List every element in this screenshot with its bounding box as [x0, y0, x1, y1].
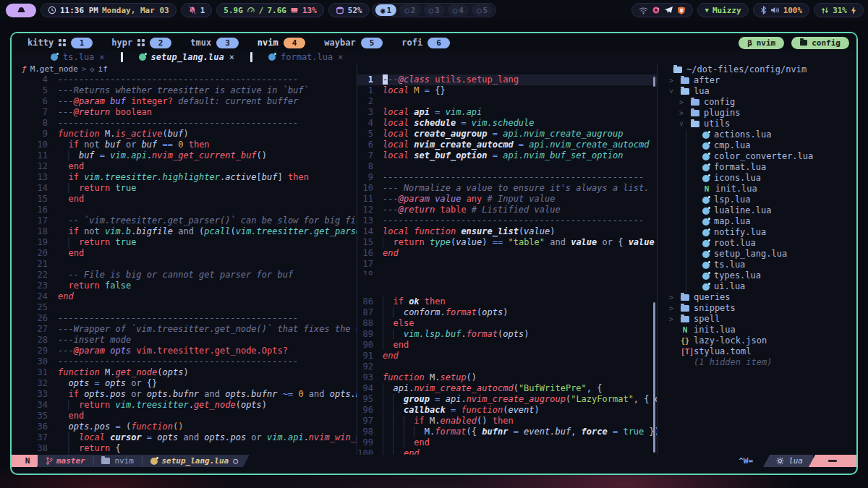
tree-item-label: ~/dot-files/config/nvim [686, 64, 807, 75]
tree-item-snippets[interactable]: >snippets [658, 303, 856, 314]
tree-item-ui.lua[interactable]: ui.lua [658, 281, 856, 292]
code-text: function M.setup() [383, 372, 657, 383]
kitty-tab-kitty[interactable]: kitty1 [27, 38, 93, 48]
workspace-5[interactable]: ○5 [472, 4, 493, 16]
code-text: ▏ buf = vim.api.nvim_get_current_buf() [58, 150, 357, 161]
tab-number-badge: 2 [150, 38, 172, 48]
tree-item-lualine.lua[interactable]: lualine.lua [658, 205, 856, 216]
close-icon[interactable]: × [99, 52, 104, 62]
vpn-widget[interactable]: ▼ Muizzy [697, 3, 748, 17]
memory-widget[interactable]: 5.9G / 7.6G 13% [216, 3, 324, 17]
wifi-icon [639, 7, 648, 14]
tree-item-utils[interactable]: ˅utils [658, 119, 856, 129]
tree-item-init.lua[interactable]: Ninit.lua [658, 184, 856, 194]
tree-item-actions.lua[interactable]: actions.lua [658, 129, 856, 140]
tree-item-icons.lua[interactable]: icons.lua [658, 173, 856, 184]
close-icon[interactable]: × [229, 52, 234, 62]
code-pane-left[interactable]: 4---------------------------------------… [12, 74, 357, 455]
chevron-icon[interactable]: > [669, 292, 676, 303]
line-number: 19 [12, 237, 58, 248]
git-branch[interactable]: master [46, 456, 85, 466]
audio-widget[interactable]: 100% [753, 3, 810, 17]
notifications-widget[interactable]: 1 [181, 3, 213, 17]
close-icon[interactable]: × [338, 52, 343, 62]
tree-item-notify.lua[interactable]: notify.lua [658, 227, 856, 238]
chevron-icon[interactable]: > [679, 108, 686, 119]
line-number: 22 [12, 270, 58, 281]
tree-item-setuplang.lua[interactable]: setup_lang.lua [658, 249, 856, 260]
tree-item-stylua.toml[interactable]: [T]stylua.toml [658, 346, 856, 357]
tree-item-1hiddenitem[interactable]: (1 hidden item) [658, 357, 856, 368]
chevron-icon[interactable]: > [669, 75, 676, 86]
chevron-icon[interactable]: > [669, 303, 676, 314]
buffer-tab-ts.lua[interactable]: ts.lua× [41, 52, 115, 62]
code-line: 6local nvim_create_autocmd = api.nvim_cr… [357, 140, 657, 150]
workspace-2[interactable]: ○2 [399, 4, 420, 16]
tree-item-map.lua[interactable]: map.lua [658, 216, 856, 227]
code-line: 20 end [12, 248, 357, 259]
brave-icon[interactable] [677, 6, 686, 15]
tree-item-format.lua[interactable]: format.lua [658, 162, 856, 173]
kitty-tab-hypr[interactable]: hypr2 [111, 38, 171, 48]
chevron-spacer [691, 162, 698, 173]
tree-item-types.lua[interactable]: types.lua [658, 270, 856, 281]
dir-icon [681, 305, 689, 312]
chevron-icon[interactable]: > [679, 97, 686, 108]
code-line: 8 [357, 161, 657, 172]
scrollbar-thumb-bottom[interactable] [653, 302, 655, 453]
launcher-button[interactable] [6, 4, 36, 17]
tree-item-init.lua[interactable]: Ninit.lua [658, 325, 856, 335]
code-text: ▏ ▏ end, [383, 448, 657, 455]
workspace-number: 3 [435, 6, 440, 15]
workspace-1[interactable]: ◉1 [375, 4, 396, 16]
kitty-tab-rofi[interactable]: rofi6 [401, 38, 450, 48]
chevron-icon[interactable]: ˅ [679, 119, 686, 129]
tree-item-after[interactable]: >after [658, 75, 856, 86]
clock-widget[interactable]: 11:36 PM Monday, Mar 03 [41, 3, 176, 17]
workspace-number: 4 [459, 6, 464, 15]
session-pill-nvim[interactable]: βnvim [739, 37, 784, 49]
kitty-tab-nvim[interactable]: nvim4 [258, 38, 306, 48]
tree-item-queries[interactable]: >queries [658, 292, 856, 303]
chevron-icon[interactable]: ˅ [669, 86, 676, 97]
disk-widget[interactable]: 52% [328, 3, 370, 17]
session-pill-config[interactable]: config [791, 37, 849, 49]
tree-item-root.lua[interactable]: root.lua [658, 238, 856, 249]
line-number: 88 [357, 318, 383, 329]
nvim-icon: N [702, 184, 711, 194]
tree-item-~/dot-files/config/nvim[interactable]: ~/dot-files/config/nvim [658, 64, 856, 75]
tree-item-colorconverter.lua[interactable]: color_converter.lua [658, 151, 856, 162]
bluetooth-icon[interactable] [760, 6, 767, 14]
workspace-number: 5 [483, 6, 488, 15]
json-icon: {} [681, 335, 689, 346]
workspace-4[interactable]: ○4 [448, 4, 469, 16]
tree-item-ts.lua[interactable]: ts.lua [658, 260, 856, 270]
code-pane-midtop[interactable]: 1---@class utils.setup_lang1local M = {}… [357, 74, 657, 275]
kitty-tab-tmux[interactable]: tmux3 [190, 38, 239, 48]
buffer-tab-format.lua[interactable]: format.lua× [258, 52, 353, 62]
battery-widget[interactable]: 31% [814, 3, 864, 17]
code-text: function M.get_node(opts) [58, 367, 357, 378]
tab-label: nvim [258, 38, 278, 48]
tree-item-label: lsp.lua [714, 194, 751, 205]
buffer-tab-setup_lang.lua[interactable]: setup_lang.lua× [129, 52, 244, 62]
tree-item-lsp.lua[interactable]: lsp.lua [658, 194, 856, 205]
tree-item-spell[interactable]: >spell [658, 314, 856, 325]
line-number: 31 [12, 367, 58, 378]
tray-app-icon[interactable] [652, 6, 660, 14]
tree-item-plugins[interactable]: >plugins [658, 108, 856, 119]
telegram-icon[interactable] [664, 6, 673, 14]
system-tray[interactable] [631, 3, 693, 17]
tree-item-lua[interactable]: ˅lua [658, 86, 856, 97]
tree-item-lazy-lock.json[interactable]: {}lazy-lock.json [658, 335, 856, 346]
tree-item-cmp.lua[interactable]: cmp.lua [658, 140, 856, 151]
scrollbar-thumb-top[interactable] [653, 77, 655, 87]
code-line: 7---@return boolean [12, 107, 357, 118]
kitty-tab-waybar[interactable]: waybar5 [324, 38, 383, 48]
workspace-3[interactable]: ○3 [423, 4, 444, 16]
memory-percent: 13% [302, 6, 317, 15]
code-pane-midbottom[interactable]: 86▏ if ok then87▏ ▏ conform.format(opts)… [357, 296, 657, 455]
chevron-icon[interactable]: > [669, 314, 676, 325]
code-line: 16 [12, 205, 357, 215]
tree-item-config[interactable]: >config [658, 97, 856, 108]
